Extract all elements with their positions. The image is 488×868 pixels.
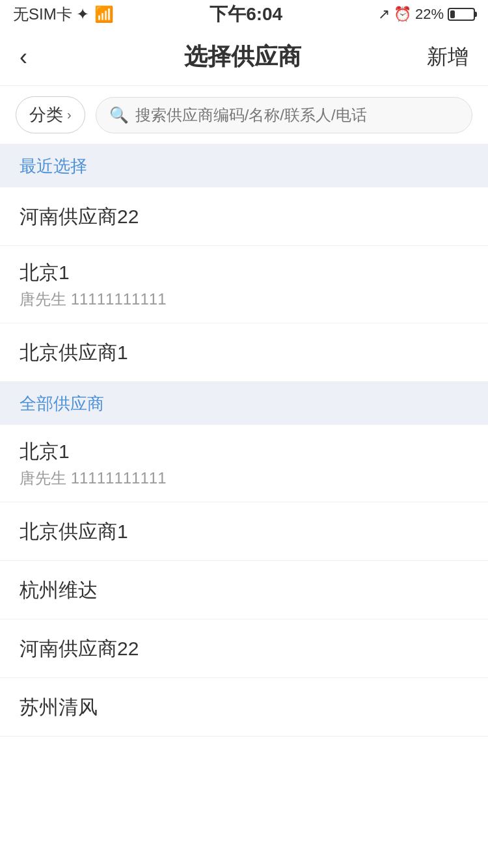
item-name: 河南供应商22 [20, 635, 468, 662]
status-left: 无SIM卡 ✦ 📶 [13, 4, 114, 25]
battery-percent: 22% [415, 6, 444, 23]
item-sub: 唐先生 11111111111 [20, 289, 468, 310]
category-label: 分类 [29, 103, 63, 126]
item-name: 北京供应商1 [20, 518, 468, 545]
list-item[interactable]: 北京1唐先生 11111111111 [0, 425, 488, 502]
list-item[interactable]: 北京供应商1 [0, 502, 488, 561]
recent-section-header: 最近选择 [0, 144, 488, 187]
search-input[interactable] [135, 106, 459, 124]
status-right: ↗ ⏰ 22% [378, 6, 475, 23]
all-section-header: 全部供应商 [0, 382, 488, 425]
item-name: 北京1 [20, 438, 468, 465]
chevron-right-icon: › [67, 107, 72, 122]
item-sub: 唐先生 11111111111 [20, 468, 468, 489]
list-item[interactable]: 河南供应商22 [0, 187, 488, 246]
list-item[interactable]: 北京1唐先生 11111111111 [0, 246, 488, 323]
item-name: 北京供应商1 [20, 339, 468, 366]
wifi-icon: 📶 [94, 5, 114, 23]
battery-icon [448, 8, 475, 21]
all-items-list: 北京1唐先生 11111111111北京供应商1杭州维达河南供应商22苏州清风 [0, 425, 488, 737]
back-button[interactable]: ‹ [20, 44, 59, 71]
category-filter-button[interactable]: 分类 › [16, 96, 85, 133]
list-item[interactable]: 北京供应商1 [0, 323, 488, 382]
recent-items-list: 河南供应商22北京1唐先生 11111111111北京供应商1 [0, 187, 488, 382]
location-icon: ↗ [378, 6, 390, 23]
list-item[interactable]: 苏州清风 [0, 678, 488, 737]
status-bar: 无SIM卡 ✦ 📶 下午6:04 ↗ ⏰ 22% [0, 0, 488, 29]
item-name: 苏州清风 [20, 694, 468, 721]
list-item[interactable]: 河南供应商22 [0, 619, 488, 678]
item-name: 杭州维达 [20, 576, 468, 604]
status-time: 下午6:04 [210, 2, 282, 27]
sim-status: 无SIM卡 ✦ [13, 4, 89, 25]
all-section-label: 全部供应商 [20, 392, 104, 415]
add-button[interactable]: 新增 [427, 43, 468, 72]
nav-bar: ‹ 选择供应商 新增 [0, 29, 488, 86]
list-item[interactable]: 杭州维达 [0, 561, 488, 619]
filter-bar: 分类 › 🔍 [0, 86, 488, 144]
search-icon: 🔍 [109, 106, 129, 124]
item-name: 北京1 [20, 259, 468, 286]
search-box[interactable]: 🔍 [96, 97, 472, 133]
recent-section-label: 最近选择 [20, 155, 87, 178]
page-title: 选择供应商 [184, 41, 301, 73]
alarm-icon: ⏰ [394, 6, 411, 23]
item-name: 河南供应商22 [20, 203, 468, 230]
